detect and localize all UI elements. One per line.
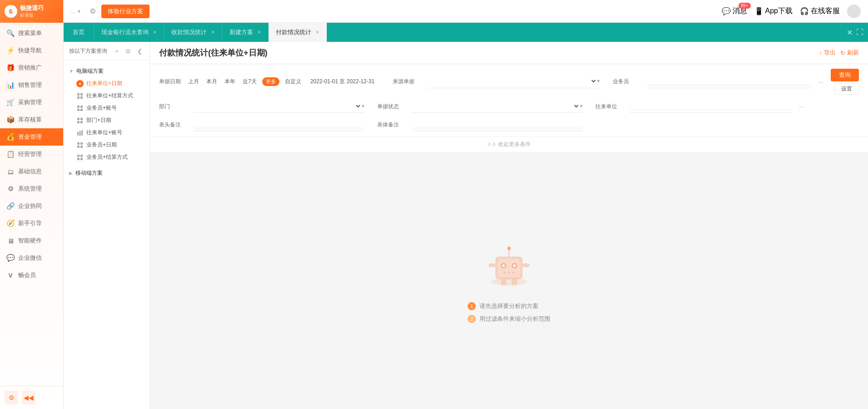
sidebar: 6 畅捷通巧 标准版 🔍 搜索菜单 ⚡ 快捷导航 🎁 营销推广 📊 销售管理 🛒… xyxy=(0,0,64,409)
svg-rect-4 xyxy=(77,106,80,108)
query-button[interactable]: 查询 xyxy=(831,69,859,81)
tab-close-icon[interactable]: × xyxy=(316,29,319,35)
user-avatar[interactable] xyxy=(847,5,861,18)
tab-close-icon[interactable]: × xyxy=(211,29,215,35)
sidebar-item-inventory[interactable]: 📦 库存核算 xyxy=(0,111,63,128)
right-content: 付款情况统计(往来单位+日期) ↑ 导出 ↻ 刷新 xyxy=(150,42,868,409)
scheme-item-unit-date[interactable]: ● 往来单位+日期 xyxy=(64,77,150,90)
tabbar-right: ✕ ⛶ xyxy=(842,23,868,42)
date-options: 上月 本月 本年 近7天 更多 自定义 2022-01-01 至 2022-12… xyxy=(186,77,374,86)
tab-cash-flow-label: 现金银行流水查询 xyxy=(101,28,149,36)
date-this-year[interactable]: 本年 xyxy=(223,77,237,86)
scheme-group-mobile-header[interactable]: ▶ 移动端方案 xyxy=(64,167,150,179)
tab-close-all-button[interactable]: ✕ xyxy=(847,28,853,37)
header-note-input[interactable] xyxy=(194,120,364,128)
app-download-button[interactable]: 📱 App下载 xyxy=(754,6,793,16)
filter-area: 单据日期 上月 本月 本年 近7天 更多 自定义 2022-01-01 至 20… xyxy=(150,64,868,131)
topbar-gear[interactable]: ⚙ xyxy=(90,7,96,15)
tab-home[interactable]: 首页 xyxy=(64,23,94,42)
sidebar-item-search[interactable]: 🔍 搜索菜单 xyxy=(0,25,63,42)
related-unit-input[interactable] xyxy=(630,101,792,110)
collapse-sidebar-button[interactable]: ◀◀ xyxy=(22,391,35,404)
scheme-item-staff-account[interactable]: 业务员+账号 xyxy=(64,102,150,114)
sidebar-item-label: 资金管理 xyxy=(18,133,42,141)
dept-select[interactable] xyxy=(194,102,362,110)
hardware-icon: 🖥 xyxy=(6,237,15,245)
sidebar-item-basics[interactable]: 🗂 基础信息 xyxy=(0,163,63,180)
sidebar-item-label: 畅会员 xyxy=(18,271,36,279)
scheme-item-staff-date[interactable]: 业务员+日期 xyxy=(64,139,150,151)
svg-rect-0 xyxy=(77,93,80,96)
page-header: 付款情况统计(往来单位+日期) ↑ 导出 ↻ 刷新 xyxy=(150,42,868,64)
sidebar-item-label: 库存核算 xyxy=(18,116,42,124)
sidebar-item-marketing[interactable]: 🎁 营销推广 xyxy=(0,59,63,76)
dept-label: 部门 xyxy=(159,103,186,111)
scheme-item-unit-account[interactable]: 往来单位+账号 xyxy=(64,126,150,139)
body-note-filter: 表体备注 xyxy=(377,118,586,131)
search-icon: 🔍 xyxy=(6,29,15,37)
scheme-icon xyxy=(76,117,84,124)
sidebar-item-guide[interactable]: 🧭 新手引导 xyxy=(0,215,63,232)
scheme-group-desktop-header[interactable]: ▼ 电脑端方案 xyxy=(64,65,150,77)
empty-state: 1 请先选择要分析的方案 2 用过滤条件来缩小分析范围 xyxy=(468,238,550,323)
settings-icon[interactable]: ⚙ xyxy=(5,391,18,404)
export-button[interactable]: ↑ 导出 xyxy=(819,49,836,57)
sidebar-item-hardware[interactable]: 🖥 智能硬件 xyxy=(0,232,63,249)
sidebar-item-sales[interactable]: 📊 销售管理 xyxy=(0,76,63,94)
date-custom[interactable]: 自定义 xyxy=(283,77,303,86)
date-7days[interactable]: 近7天 xyxy=(241,77,259,86)
date-more[interactable]: 更多 xyxy=(262,77,279,86)
doc-status-select[interactable] xyxy=(412,102,580,110)
tab-close-icon[interactable]: × xyxy=(153,29,156,35)
related-unit-filter: 往来单位 ··· xyxy=(595,100,804,113)
more-options-button[interactable]: ··· xyxy=(818,78,823,86)
svg-rect-25 xyxy=(498,259,520,277)
tab-fullscreen-button[interactable]: ⛶ xyxy=(856,28,863,36)
column-settings-button[interactable]: 设置 xyxy=(834,83,859,95)
industry-btn[interactable]: 体验行业方案 xyxy=(101,5,150,18)
sidebar-item-wechat[interactable]: 💬 企业微信 xyxy=(0,249,63,267)
chevron-down-icon: ▾ xyxy=(362,103,364,109)
sidebar-item-member[interactable]: V 畅会员 xyxy=(0,267,63,284)
online-service-label: 在线客服 xyxy=(811,6,840,16)
doc-status-filter: 单据状态 ▾ xyxy=(377,100,586,113)
svg-rect-16 xyxy=(80,142,83,145)
collapse-panel-button[interactable]: ❮ xyxy=(135,46,144,56)
tab-receipt-stats-label: 收款情况统计 xyxy=(171,28,207,36)
tab-new-scheme[interactable]: 新建方案 × xyxy=(222,23,269,42)
message-icon: 💬 xyxy=(722,7,731,15)
sidebar-item-quick-nav[interactable]: ⚡ 快捷导航 xyxy=(0,42,63,59)
hint-num-2: 2 xyxy=(468,315,476,323)
tab-cash-flow[interactable]: 现金银行流水查询 × xyxy=(94,23,164,42)
scheme-item-staff-settle[interactable]: 业务员+结算方式 xyxy=(64,151,150,163)
sidebar-item-label: 新手引导 xyxy=(18,219,42,227)
content-area: 1 请先选择要分析的方案 2 用过滤条件来缩小分析范围 xyxy=(150,152,868,409)
source-doc-select[interactable] xyxy=(427,77,597,85)
sidebar-item-system[interactable]: ⚙ 系统管理 xyxy=(0,180,63,197)
staff-input[interactable] xyxy=(647,77,811,86)
online-service-button[interactable]: 🎧 在线客服 xyxy=(800,6,840,16)
tab-close-icon[interactable]: × xyxy=(258,29,261,35)
refresh-button[interactable]: ↻ 刷新 xyxy=(840,49,859,57)
sidebar-item-enterprise[interactable]: 🔗 企业协同 xyxy=(0,197,63,215)
sidebar-item-purchase[interactable]: 🛒 采购管理 xyxy=(0,94,63,111)
scheme-settings-button[interactable]: ⚙ xyxy=(124,46,133,56)
more-options-button[interactable]: ··· xyxy=(799,103,804,110)
body-note-input[interactable] xyxy=(412,120,583,128)
scheme-item-dept-date[interactable]: 部门+日期 xyxy=(64,114,150,126)
messages-button[interactable]: 💬 消息 99+ xyxy=(722,6,747,16)
member-icon: V xyxy=(6,271,15,279)
scheme-item-unit-settle[interactable]: 往来单位+结算方式 xyxy=(64,90,150,102)
svg-rect-8 xyxy=(77,118,80,120)
app-download-label: App下载 xyxy=(765,6,793,16)
scheme-item-label: 往来单位+日期 xyxy=(86,80,122,87)
sidebar-item-operations[interactable]: 📋 经营管理 xyxy=(0,146,63,163)
tab-payment-stats[interactable]: 付款情况统计 × xyxy=(269,23,327,42)
date-this-month[interactable]: 本月 xyxy=(205,77,219,86)
svg-rect-22 xyxy=(80,158,83,160)
add-scheme-button[interactable]: + xyxy=(112,46,121,56)
tab-receipt-stats[interactable]: 收款情况统计 × xyxy=(164,23,222,42)
collapse-filters-button[interactable]: ∧∧ 收起更多条件 xyxy=(150,136,868,152)
sidebar-item-capital[interactable]: 💰 资金管理 xyxy=(0,128,63,146)
date-last-month[interactable]: 上月 xyxy=(186,77,201,86)
